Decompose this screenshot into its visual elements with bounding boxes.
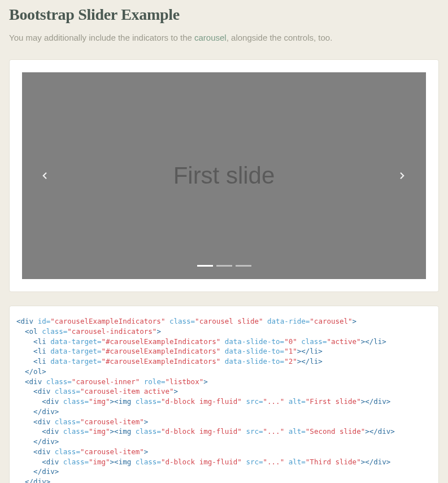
code-line: <div id="carouselExampleIndicators" clas… [16,316,432,327]
carousel-next-button[interactable] [391,164,414,187]
carousel: First slide [22,72,426,279]
code-line: <li data-target="#carouselExampleIndicat… [16,356,432,367]
carousel-indicator[interactable] [236,265,251,267]
code-line: </div> [16,467,432,477]
code-line: <div class="img"><img class="d-block img… [16,397,432,407]
code-line: <li data-target="#carouselExampleIndicat… [16,346,432,356]
carousel-indicators [197,265,251,267]
code-line: <div class="carousel-item active"> [16,386,432,397]
intro-text: You may additionally include the indicat… [9,32,439,43]
code-line: <ol class="carousel-indicators"> [16,327,432,337]
code-line: <div class="carousel-item"> [16,417,432,427]
code-line: <div class="carousel-inner" role="listbo… [16,377,432,387]
carousel-prev-button[interactable] [33,164,56,187]
code-line: </ol> [16,367,432,377]
chevron-left-icon [40,171,50,181]
code-line: </div> [16,477,432,483]
intro-before: You may additionally include the indicat… [9,33,194,42]
slide-label: First slide [173,162,275,189]
intro-after: , alongside the controls, too. [227,33,333,42]
carousel-indicator[interactable] [216,265,232,267]
code-line: <div class="img"><img class="d-block img… [16,427,432,437]
code-line: </div> [16,437,432,447]
code-line: <li data-target="#carouselExampleIndicat… [16,337,432,347]
chevron-right-icon [397,171,407,181]
carousel-indicator[interactable] [197,265,213,267]
carousel-link[interactable]: carousel [194,33,227,42]
carousel-demo-box: First slide [9,59,439,292]
code-line: <div class="carousel-item"> [16,447,432,457]
code-line: <div class="img"><img class="d-block img… [16,457,432,467]
page-title: Bootstrap Slider Example [9,6,439,24]
code-line: </div> [16,407,432,417]
code-example: <div id="carouselExampleIndicators" clas… [9,306,439,483]
